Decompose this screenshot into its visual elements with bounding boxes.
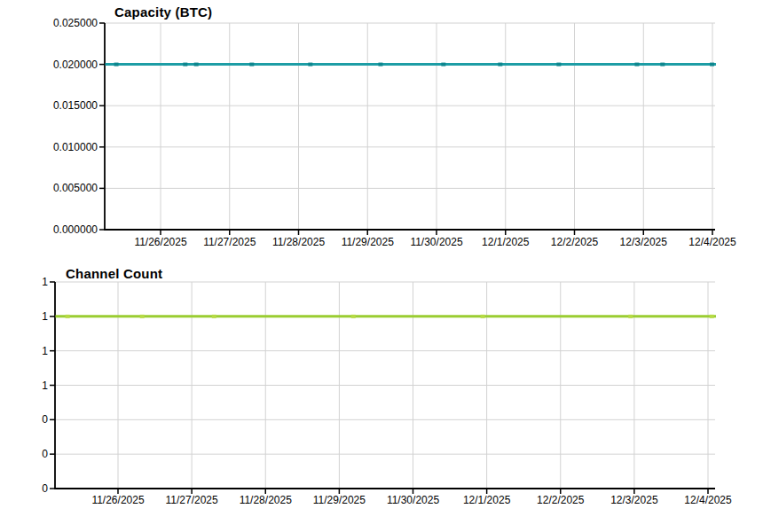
capacity-btc-marker (498, 63, 502, 66)
gridlines (105, 23, 715, 230)
y-tick-label: 0.000000 (53, 223, 98, 236)
y-tick-label: 0 (42, 482, 48, 495)
channel-count-marker (212, 315, 216, 318)
channel-count-plot: 111100011/26/202511/27/202511/28/202511/… (0, 257, 763, 532)
x-tick-label: 11/27/2025 (203, 236, 256, 248)
tick-marks (50, 282, 708, 494)
capacity-btc-marker (378, 63, 382, 66)
x-tick-label: 11/27/2025 (166, 494, 218, 506)
tick-labels: 111100011/26/202511/27/202511/28/202511/… (42, 276, 732, 506)
capacity-btc-marker (249, 63, 254, 66)
x-tick-label: 12/3/2025 (610, 494, 658, 506)
channel-count-marker (481, 315, 485, 318)
capacity-btc-marker (660, 63, 665, 66)
capacity-chart-title: Capacity (BTC) (114, 4, 212, 20)
y-tick-label: 0.005000 (53, 182, 98, 194)
capacity-btc-marker (556, 63, 561, 66)
x-tick-label: 12/1/2025 (463, 494, 511, 506)
y-tick-label: 0.020000 (53, 59, 98, 71)
x-tick-label: 11/29/2025 (342, 236, 394, 248)
capacity-plot: 0.0250000.0200000.0150000.0100000.005000… (0, 0, 763, 257)
capacity-btc-marker (710, 63, 714, 66)
x-tick-label: 11/29/2025 (313, 494, 366, 506)
capacity-btc-marker (634, 63, 639, 66)
y-tick-label: 0.025000 (53, 17, 98, 29)
y-tick-label: 0 (42, 413, 48, 426)
capacity-btc-marker (194, 63, 199, 66)
x-tick-label: 11/28/2025 (240, 494, 292, 506)
tick-marks (99, 23, 712, 235)
capacity-btc-marker (441, 63, 445, 66)
y-tick-label: 1 (42, 345, 48, 357)
channel-count-marker (710, 315, 714, 318)
y-tick-label: 0.015000 (53, 99, 98, 112)
x-tick-label: 12/1/2025 (482, 236, 530, 248)
x-tick-label: 11/26/2025 (134, 236, 186, 248)
x-tick-label: 12/2/2025 (537, 494, 585, 506)
series (106, 63, 717, 66)
capacity-btc-marker (114, 63, 119, 66)
channel-count-chart: Channel Count 111100011/26/202511/27/202… (0, 257, 763, 532)
y-tick-label: 0 (42, 448, 48, 460)
y-tick-label: 1 (42, 276, 48, 288)
x-tick-label: 12/4/2025 (688, 236, 736, 248)
capacity-btc-marker (308, 63, 312, 66)
x-tick-label: 11/30/2025 (410, 236, 462, 248)
y-tick-label: 1 (42, 379, 48, 392)
tick-labels: 0.0250000.0200000.0150000.0100000.005000… (53, 17, 736, 248)
x-tick-label: 11/26/2025 (91, 494, 144, 506)
x-tick-label: 12/4/2025 (684, 494, 732, 506)
channel-count-marker (66, 315, 70, 318)
channel-count-marker (140, 315, 145, 318)
capacity-chart: Capacity (BTC) 0.0250000.0200000.0150000… (0, 0, 763, 257)
gridlines (55, 282, 715, 489)
x-tick-label: 11/30/2025 (387, 494, 439, 506)
capacity-btc-marker (183, 63, 187, 66)
y-tick-label: 0.010000 (53, 141, 98, 153)
series (56, 315, 717, 318)
channel-count-chart-title: Channel Count (66, 266, 162, 281)
channel-count-marker (351, 315, 356, 318)
x-tick-label: 12/2/2025 (551, 236, 599, 248)
axes (104, 23, 715, 230)
x-tick-label: 11/28/2025 (272, 236, 325, 248)
channel-count-marker (628, 315, 633, 318)
y-tick-label: 1 (42, 310, 48, 323)
charts-page: Capacity (BTC) 0.0250000.0200000.0150000… (0, 0, 763, 532)
x-tick-label: 12/3/2025 (620, 236, 668, 248)
